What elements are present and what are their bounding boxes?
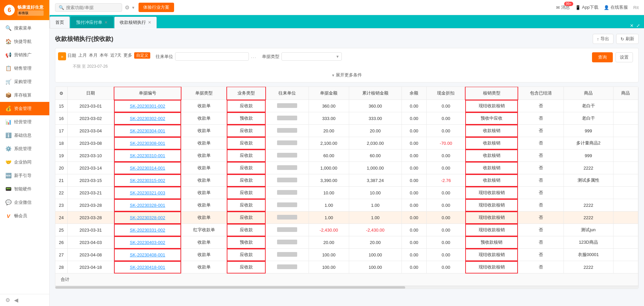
date-custom[interactable]: 自定义 [134, 52, 150, 59]
doctype-select[interactable]: ▾ [281, 52, 342, 61]
col-doc-type: 单据类型 [181, 87, 227, 100]
gear-icon[interactable]: ⚙ [125, 4, 129, 11]
close-all-icon[interactable]: ✕ [630, 23, 634, 28]
sidebar-item-marketing[interactable]: 📢 营销推广 [0, 48, 49, 62]
search-wrap[interactable]: 🔍 [55, 3, 122, 12]
sidebar-item-purchase[interactable]: 🛒 采购管理 [0, 75, 49, 88]
doc-no-link[interactable]: SK-20230314-001 [130, 166, 165, 171]
cell-accum-amount: 360.00 [349, 100, 401, 112]
user-name[interactable]: Rit [633, 5, 639, 10]
col-date: 日期 [67, 87, 114, 100]
cell-included: 否 [518, 174, 564, 187]
table-row: 15 2023-03-01 SK-20230301-002 收款单 应收款 36… [55, 100, 638, 112]
settings-bottom-icon[interactable]: ⚙ [5, 297, 10, 303]
date-links: 上月 本月 本年 近7天 更多 自定义 [78, 52, 150, 59]
col-settings[interactable]: ⚙ [55, 87, 67, 100]
data-table-wrap: ⚙ 日期 单据编号 单据类型 业务类型 往来单位 单据金额 累计核销金额 余额 … [55, 86, 639, 289]
doc-no-link[interactable]: SK-20230418-001 [130, 265, 165, 270]
doc-no-link[interactable]: SK-20230328-002 [130, 215, 165, 220]
partner-input[interactable] [175, 52, 249, 61]
sidebar-item-inventory[interactable]: 📦 库存核算 [0, 88, 49, 102]
date-prev-month[interactable]: 上月 [78, 52, 87, 59]
sidebar-item-sales[interactable]: 📋 销售管理 [0, 62, 49, 75]
doc-no-link[interactable]: SK-20230328-001 [130, 203, 165, 208]
cell-biz-type: 应收款 [227, 211, 266, 224]
tab-payable[interactable]: 预付冲应付单 ✕ [70, 16, 113, 28]
doc-no-link[interactable]: SK-20230408-001 [130, 252, 165, 257]
solution-button[interactable]: 体验行业方案 [139, 3, 174, 12]
cell-amount: 1.00 [309, 211, 349, 224]
filter-area: » 日期 上月 本月 本年 近7天 更多 自定义 往来单位 ... [55, 48, 639, 82]
cell-no: 17 [55, 125, 67, 137]
cell-biz-type: 应收款 [227, 224, 266, 236]
setting-button[interactable]: 设置 [615, 52, 633, 62]
tab-home[interactable]: 首页 [50, 16, 70, 28]
refresh-button[interactable]: ↻ 刷新 [616, 34, 639, 44]
date-more[interactable]: 更多 [123, 52, 132, 59]
cell-no: 22 [55, 187, 67, 199]
sidebar-item-wechat[interactable]: 💬 企业微信 [0, 196, 49, 209]
cell-included: 否 [518, 211, 564, 224]
partner-filter: 往来单位 ... [156, 52, 257, 61]
cell-partner [266, 211, 309, 224]
chevron-down-icon: ▾ [336, 54, 339, 59]
tab-collection[interactable]: 收款核销执行 ✕ [114, 16, 157, 28]
page-actions: ↑ 导出 ↻ 刷新 [593, 34, 639, 44]
expand-tabs-icon[interactable]: ⤢ [636, 23, 640, 28]
doc-no-link[interactable]: SK-20230308-001 [130, 141, 165, 146]
search-input[interactable] [66, 5, 113, 10]
sidebar-item-corp[interactable]: 🤝 企业协同 [0, 156, 49, 169]
query-button[interactable]: 查询 [592, 52, 613, 62]
expand-more-btn[interactable]: ▾ 展开更多条件 [61, 72, 633, 78]
cell-doc-no: SK-20230408-001 [114, 249, 181, 261]
cell-accum-amount: -2,430.00 [349, 224, 401, 236]
doc-no-link[interactable]: SK-20230403-002 [130, 240, 165, 245]
cell-verify-type: 现结收款核销 [465, 211, 518, 224]
sidebar-item-operation[interactable]: 📊 经营管理 [0, 115, 49, 129]
cell-amount: 333.00 [309, 112, 349, 125]
scrollbar-thumb[interactable] [55, 286, 405, 289]
filter-expand-btn[interactable]: » [58, 52, 66, 60]
doc-no-link[interactable]: SK-20230301-002 [130, 104, 165, 109]
doc-no-link[interactable]: SK-20230321-003 [130, 190, 165, 195]
sidebar-item-guide[interactable]: 🆕 新手引导 [0, 169, 49, 182]
date-this-year[interactable]: 本年 [100, 52, 108, 59]
cell-amount: 360.00 [309, 100, 349, 112]
cell-date: 2023-03-15 [67, 174, 114, 187]
sidebar-item-hardware[interactable]: 📟 智能硬件 [0, 182, 49, 196]
cell-product: 老白干 [564, 100, 613, 112]
partner-blurred [277, 215, 297, 220]
online-service-action[interactable]: 👤 在线客服 [604, 4, 628, 10]
export-button[interactable]: ↑ 导出 [593, 34, 614, 44]
partner-dots[interactable]: ... [251, 54, 257, 59]
doc-no-link[interactable]: SK-20230331-002 [130, 228, 165, 233]
phone-icon: 📱 [575, 5, 581, 10]
sidebar-item-search[interactable]: 🔍 搜索菜单 [0, 21, 49, 35]
date-7days[interactable]: 近7天 [110, 52, 121, 59]
cell-biz-type: 应收款 [227, 199, 266, 211]
doc-no-link[interactable]: SK-20230302-002 [130, 116, 165, 121]
sidebar-item-system[interactable]: ⚙️ 系统管理 [0, 142, 49, 156]
cell-biz-type: 应收款 [227, 100, 266, 112]
doc-no-link[interactable]: SK-20230315-002 [130, 178, 165, 183]
table-row: 16 2023-03-02 SK-20230302-002 收款单 预收款 33… [55, 112, 638, 125]
cell-verify-type: 收款核销 [465, 174, 518, 187]
app-download-action[interactable]: 📱 App下载 [575, 4, 598, 10]
cell-no: 23 [55, 199, 67, 211]
sidebar-item-member[interactable]: V 畅会员 [0, 209, 49, 223]
cell-included: 否 [518, 224, 564, 236]
sidebar-item-finance[interactable]: 💰 资金管理 [0, 102, 49, 115]
doc-no-link[interactable]: SK-20230310-001 [130, 153, 165, 158]
sidebar-item-quicknav[interactable]: 🏠 快捷导航 [0, 35, 49, 48]
messages-action[interactable]: ✉ 消息 99+ [556, 4, 570, 10]
table-scrollbar[interactable] [55, 286, 638, 289]
cell-doc-type: 收款单 [181, 137, 227, 149]
collapse-icon[interactable]: ◀ [14, 297, 18, 303]
sidebar-nav: 🔍 搜索菜单 🏠 快捷导航 📢 营销推广 📋 销售管理 🛒 采购管理 📦 库存核… [0, 20, 49, 294]
cell-cash-discount: 0.00 [427, 149, 466, 162]
sidebar-item-basic[interactable]: ℹ️ 基础信息 [0, 129, 49, 142]
date-this-month[interactable]: 本月 [89, 52, 98, 59]
tab-close-collection[interactable]: ✕ [148, 20, 151, 25]
doc-no-link[interactable]: SK-20230304-001 [130, 128, 165, 133]
tab-close-payable[interactable]: ✕ [104, 20, 108, 25]
